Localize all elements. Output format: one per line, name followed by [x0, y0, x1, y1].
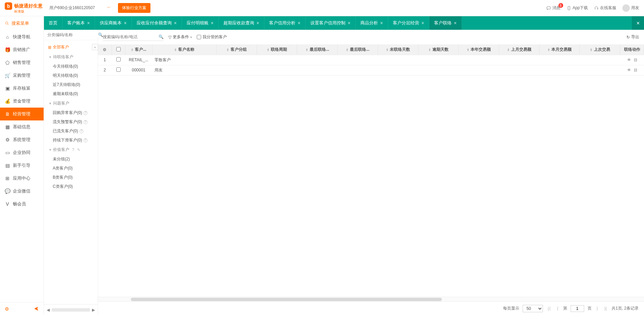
nav-item-cart[interactable]: 🛒采购管理: [0, 69, 44, 82]
col-yamt[interactable]: ▲▼本年交易额: [459, 45, 499, 55]
tree-root-all-customers[interactable]: ⊞ 全部客户: [44, 42, 98, 52]
close-icon[interactable]: ✕: [124, 21, 127, 25]
view-icon[interactable]: 👁: [627, 68, 631, 72]
collapse-sidebar-button[interactable]: «: [92, 44, 98, 50]
col-code[interactable]: ▲▼客户...: [125, 45, 152, 55]
hscroll-thumb[interactable]: [131, 298, 442, 301]
col-lmamt[interactable]: ▲▼上月交易额: [499, 45, 539, 55]
table-row[interactable]: 2000001用友👁⊟: [98, 65, 644, 75]
more-icon[interactable]: ⊟: [634, 58, 637, 62]
settings-icon[interactable]: ⚙: [5, 306, 9, 312]
col-mmamt[interactable]: ▲▼本月交易额: [540, 45, 580, 55]
messages-button[interactable]: 消息 6: [546, 5, 560, 11]
help-icon[interactable]: ?: [79, 129, 84, 133]
tree-group[interactable]: ▼问题客户: [44, 98, 98, 108]
online-service-button[interactable]: 在线客服: [594, 5, 616, 11]
more-filters-button[interactable]: ▽ 更多条件 ▾: [168, 34, 192, 40]
nav-item-wallet[interactable]: 💰资金管理: [0, 95, 44, 108]
close-icon[interactable]: ✕: [348, 21, 351, 25]
col-group[interactable]: ▲▼客户分组: [216, 45, 257, 55]
search-icon[interactable]: 🔍: [159, 35, 164, 39]
close-all-tabs-button[interactable]: ✕: [632, 16, 644, 30]
tab-客户信用分析[interactable]: 客户信用分析✕: [264, 16, 306, 30]
nav-item-box[interactable]: ▣库存核算: [0, 82, 44, 95]
export-button[interactable]: ↻ 导出: [626, 34, 639, 40]
trial-button[interactable]: 体验行业方案: [118, 3, 150, 13]
tab-设置客户信用控制[interactable]: 设置客户信用控制✕: [306, 16, 356, 30]
col-overdays[interactable]: ▲▼逾期天数: [418, 45, 458, 55]
app-download-button[interactable]: App下载: [567, 5, 588, 11]
close-icon[interactable]: ✕: [174, 21, 177, 25]
help-icon[interactable]: ?: [72, 148, 74, 152]
scroll-left-icon[interactable]: ◀: [47, 308, 50, 312]
tree-leaf[interactable]: 未分组(2): [44, 155, 98, 164]
last-page-button[interactable]: ⟩|: [603, 306, 608, 311]
col-nocdays[interactable]: ▲▼未联络天数: [378, 45, 418, 55]
nav-item-gift[interactable]: 🎁营销推广: [0, 43, 44, 56]
table-search-input[interactable]: [103, 33, 159, 41]
col-cycle[interactable]: ▲▼联络周期: [257, 45, 297, 55]
close-icon[interactable]: ✕: [211, 21, 214, 25]
tab-应收应付余额查询[interactable]: 应收应付余额查询✕: [132, 16, 182, 30]
tree-leaf[interactable]: 今天待联络(0): [44, 62, 98, 71]
tab-首页[interactable]: 首页: [44, 16, 63, 30]
user-menu[interactable]: 用友: [622, 4, 639, 12]
table-hscroll[interactable]: [98, 297, 644, 301]
nav-item-grid[interactable]: ▦基础信息: [0, 120, 44, 133]
col-lastt[interactable]: ▲▼上次交易: [580, 45, 620, 55]
tab-客户账本[interactable]: 客户账本✕: [63, 16, 95, 30]
menu-search[interactable]: 搜索菜单: [0, 16, 44, 30]
tab-供应商账本[interactable]: 供应商账本✕: [95, 16, 132, 30]
close-icon[interactable]: ✕: [87, 21, 90, 25]
category-search-input[interactable]: [47, 32, 98, 37]
tree-leaf[interactable]: 近7天待联络(0): [44, 80, 98, 89]
scroll-thumb[interactable]: [52, 308, 90, 312]
help-icon[interactable]: ?: [84, 138, 88, 142]
close-icon[interactable]: ✕: [297, 21, 301, 25]
nav-item-tag[interactable]: ⬠销售管理: [0, 56, 44, 69]
nav-item-wechat[interactable]: 💬企业微信: [0, 185, 44, 198]
view-icon[interactable]: 👁: [627, 58, 631, 62]
tree-leaf[interactable]: 回购异常客户(0)?: [44, 108, 98, 117]
my-customers-checkbox[interactable]: 我分管的客户: [197, 34, 227, 40]
tree-leaf[interactable]: 明天待联络(0): [44, 71, 98, 80]
col-name[interactable]: ▲▼客户名称: [152, 45, 216, 55]
tree-group[interactable]: ▼待联络客户: [44, 52, 98, 62]
tab-客户联络[interactable]: 客户联络✕: [429, 16, 462, 30]
nav-item-book[interactable]: ▤新手引导: [0, 159, 44, 172]
nav-item-apps[interactable]: ⊞应用中心: [0, 172, 44, 185]
table-row[interactable]: 1RETAIL_...零散客户👁⊟: [98, 55, 644, 65]
nav-item-vip[interactable]: V畅会员: [0, 198, 44, 210]
close-icon[interactable]: ✕: [454, 21, 457, 25]
col-lastc2[interactable]: ▲▼最后联络...: [337, 45, 378, 55]
nav-item-org[interactable]: ▭企业协同: [0, 146, 44, 159]
tab-商品分析[interactable]: 商品分析✕: [356, 16, 388, 30]
tree-leaf[interactable]: A类客户(0): [44, 164, 98, 173]
tree-leaf[interactable]: 流失预警客户(0)?: [44, 117, 98, 127]
tree-leaf[interactable]: 已流失客户(0)?: [44, 127, 98, 136]
prev-page-button[interactable]: ⟨: [555, 306, 560, 311]
close-icon[interactable]: ✕: [380, 21, 383, 25]
tree-group[interactable]: ▼价值客户?✎: [44, 145, 98, 155]
search-icon[interactable]: 🔍: [98, 32, 103, 37]
first-page-button[interactable]: |⟨: [546, 306, 552, 311]
nav-item-doc[interactable]: 🗎经营管理: [0, 108, 44, 120]
my-customers-checkbox-input[interactable]: [197, 35, 201, 39]
tree-leaf[interactable]: C类客户(0): [44, 182, 98, 191]
col-lastc[interactable]: ▲▼最后联络...: [297, 45, 337, 55]
help-icon[interactable]: ?: [84, 111, 88, 115]
company-select[interactable]: 用户690企业1660120507 ﹀: [46, 3, 114, 13]
help-icon[interactable]: ?: [84, 120, 88, 124]
tab-超期应收款查询[interactable]: 超期应收款查询✕: [219, 16, 264, 30]
row-checkbox[interactable]: [116, 67, 121, 72]
page-input[interactable]: [571, 305, 584, 312]
edit-icon[interactable]: ✎: [77, 148, 80, 152]
page-size-select[interactable]: 50: [523, 305, 543, 312]
tree-leaf[interactable]: 逾期未联络(0): [44, 89, 98, 98]
close-icon[interactable]: ✕: [256, 21, 259, 25]
nav-item-home[interactable]: ⌂快捷导航: [0, 30, 44, 43]
next-page-button[interactable]: ⟩: [595, 306, 599, 311]
tree-leaf[interactable]: B类客户(0): [44, 173, 98, 182]
close-icon[interactable]: ✕: [421, 21, 424, 25]
tab-应付明细账[interactable]: 应付明细账✕: [182, 16, 219, 30]
